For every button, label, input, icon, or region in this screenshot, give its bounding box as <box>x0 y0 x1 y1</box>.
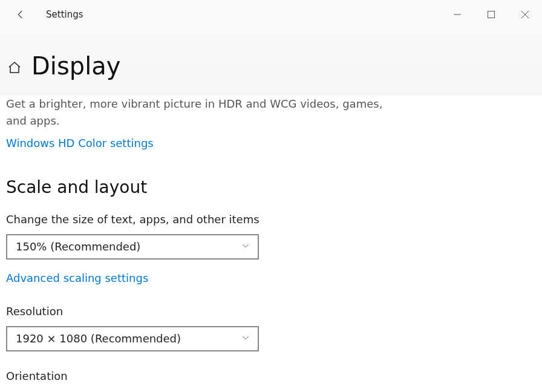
text-size-value: 150% (Recommended) <box>16 240 140 253</box>
hdr-description: Get a brighter, more vibrant picture in … <box>6 96 399 129</box>
advanced-scaling-link[interactable]: Advanced scaling settings <box>6 272 148 284</box>
maximize-icon <box>488 11 495 18</box>
minimize-button[interactable] <box>440 0 474 29</box>
scale-layout-heading: Scale and layout <box>6 177 536 197</box>
window-title: Settings <box>46 9 83 20</box>
page-header: Display <box>0 29 542 96</box>
chevron-down-icon <box>241 240 250 253</box>
home-icon[interactable] <box>6 59 23 76</box>
minimize-icon <box>454 11 461 18</box>
maximize-button[interactable] <box>474 0 508 29</box>
text-size-dropdown[interactable]: 150% (Recommended) <box>6 234 259 260</box>
resolution-value: 1920 × 1080 (Recommended) <box>16 332 181 345</box>
hd-color-settings-link[interactable]: Windows HD Color settings <box>6 137 154 149</box>
close-icon <box>521 11 529 18</box>
chevron-down-icon <box>241 332 250 345</box>
arrow-left-icon <box>15 9 26 20</box>
svg-rect-1 <box>488 11 495 18</box>
resolution-dropdown[interactable]: 1920 × 1080 (Recommended) <box>6 326 259 351</box>
page-title: Display <box>31 52 120 80</box>
title-bar: Settings <box>0 0 542 29</box>
window-controls <box>440 0 542 29</box>
content-area: Get a brighter, more vibrant picture in … <box>0 96 542 382</box>
orientation-label: Orientation <box>6 370 536 382</box>
resolution-label: Resolution <box>6 305 536 318</box>
text-size-label: Change the size of text, apps, and other… <box>6 213 536 226</box>
back-button[interactable] <box>8 2 33 27</box>
close-button[interactable] <box>508 0 542 29</box>
